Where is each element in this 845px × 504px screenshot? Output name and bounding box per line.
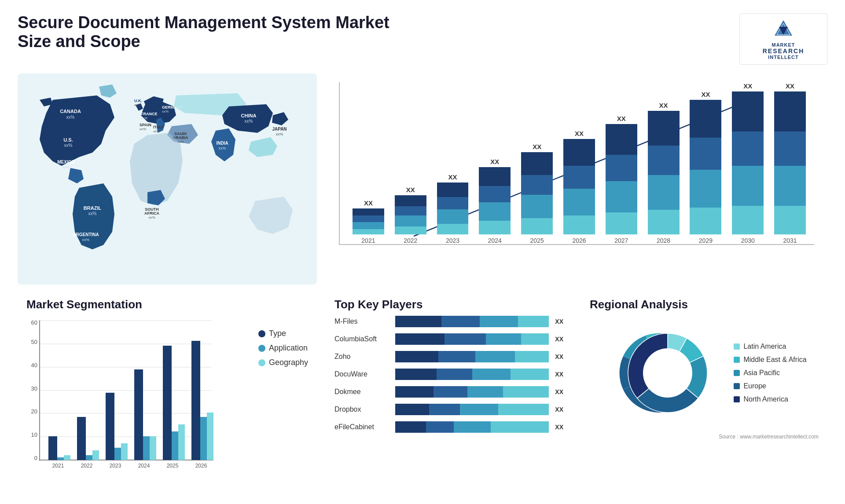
player-row-1: ColumbiaSoftXX <box>334 333 563 345</box>
svg-text:xx%: xx% <box>276 132 283 136</box>
legend-latin-america: Latin America <box>734 343 806 351</box>
svg-text:SPAIN: SPAIN <box>140 123 151 127</box>
bar-value-2025: XX <box>533 143 541 150</box>
player-bar-seg-2 <box>475 351 515 362</box>
svg-text:xx%: xx% <box>148 215 155 219</box>
player-bar-3 <box>395 369 549 380</box>
world-map: CANADA xx% U.S. xx% MEXICO xx% BRAZIL xx… <box>18 73 317 285</box>
svg-rect-71 <box>178 424 185 460</box>
svg-text:xx%: xx% <box>66 115 75 120</box>
seg-content: 0 10 20 30 40 50 60 <box>26 316 308 478</box>
bar-group-2029: XX2029 <box>686 82 726 244</box>
bar-stack-2030 <box>732 91 764 234</box>
legend-dot-geography <box>258 359 265 366</box>
svg-text:xx%: xx% <box>88 211 97 216</box>
svg-rect-59 <box>92 450 99 460</box>
canada-label: CANADA <box>60 109 81 114</box>
player-value-1: XX <box>555 336 563 343</box>
color-latin-america <box>734 343 740 350</box>
bar-segment-0 <box>648 111 680 146</box>
svg-rect-67 <box>150 436 156 460</box>
header: Secure Document Management System Market… <box>18 13 827 65</box>
svg-text:xx%: xx% <box>245 119 253 124</box>
player-bar-seg-2 <box>480 316 518 327</box>
page-title: Secure Document Management System Market… <box>18 13 414 51</box>
player-bar-seg-0 <box>395 421 426 433</box>
svg-rect-74 <box>200 417 207 460</box>
bar-stack-2021 <box>353 208 384 234</box>
player-name-3: DocuWare <box>334 370 392 378</box>
bar-stack-2031 <box>774 91 806 234</box>
bar-segment-3 <box>353 229 384 234</box>
bar-group-2030: XX2030 <box>728 82 768 244</box>
player-value-4: XX <box>555 388 563 395</box>
player-bar-seg-3 <box>521 333 549 345</box>
svg-text:xx%: xx% <box>62 165 70 169</box>
bar-segment-1 <box>690 138 721 170</box>
bar-value-2023: XX <box>448 173 457 181</box>
bar-value-2030: XX <box>743 82 752 90</box>
player-value-0: XX <box>555 318 563 325</box>
seg-chart-wrapper: 0 10 20 30 40 50 60 <box>26 316 250 478</box>
svg-text:xx%: xx% <box>134 103 141 107</box>
bar-value-2024: XX <box>490 158 499 165</box>
bar-group-2023: XX2023 <box>433 82 473 244</box>
player-row-3: DocuWareXX <box>334 369 563 380</box>
svg-text:10: 10 <box>31 431 37 438</box>
player-bar-seg-0 <box>395 333 445 345</box>
svg-text:xx%: xx% <box>64 143 73 148</box>
bar-segment-2 <box>437 209 469 224</box>
svg-rect-57 <box>77 417 86 460</box>
player-row-0: M-FilesXX <box>334 316 563 327</box>
bar-year-label-2028: 2028 <box>657 237 670 244</box>
page: Secure Document Management System Market… <box>0 0 845 504</box>
svg-rect-55 <box>64 455 70 460</box>
player-value-6: XX <box>555 424 563 431</box>
player-bar-seg-3 <box>503 386 549 398</box>
bar-value-2031: XX <box>786 82 794 90</box>
player-bar-seg-1 <box>445 333 486 345</box>
bar-segment-0 <box>437 183 469 197</box>
bar-stack-2022 <box>395 195 426 234</box>
map-section: CANADA xx% U.S. xx% MEXICO xx% BRAZIL xx… <box>18 73 317 285</box>
bar-segment-0 <box>732 91 764 131</box>
player-bar-seg-2 <box>467 386 503 398</box>
player-bar-0 <box>395 316 549 327</box>
bar-segment-1 <box>648 146 680 175</box>
seg-legend: Type Application Geography <box>258 316 308 367</box>
svg-text:BRAZIL: BRAZIL <box>84 205 102 211</box>
svg-rect-63 <box>121 443 128 460</box>
bar-segment-1 <box>606 155 637 181</box>
bar-value-2029: XX <box>701 91 710 98</box>
segmentation-title: Market Segmentation <box>26 298 308 311</box>
bar-segment-3 <box>732 206 764 234</box>
bar-stack-2028 <box>648 111 680 234</box>
svg-text:60: 60 <box>31 319 37 326</box>
player-bar-seg-3 <box>498 404 549 415</box>
player-bar-seg-2 <box>472 369 511 380</box>
legend-type: Type <box>258 329 308 338</box>
label-middle-east: Middle East & Africa <box>743 356 806 364</box>
donut-container: Latin America Middle East & Africa Asia … <box>590 316 819 430</box>
svg-text:2021: 2021 <box>52 463 64 469</box>
bar-chart-area: XX2021XX2022XX2023XX2024XX2025XX2026XX20… <box>339 82 814 245</box>
player-bar-seg-2 <box>460 404 498 415</box>
segmentation-section: Market Segmentation 0 10 20 30 40 50 60 <box>18 293 317 504</box>
bottom-right-section: Top Key Players M-FilesXXColumbiaSoftXXZ… <box>326 293 827 504</box>
svg-rect-75 <box>207 413 213 460</box>
bar-segment-2 <box>690 170 721 208</box>
bar-segment-2 <box>521 195 553 218</box>
legend-label-application: Application <box>269 343 308 353</box>
bar-segment-1 <box>437 197 469 209</box>
seg-chart-svg: 0 10 20 30 40 50 60 <box>26 316 216 478</box>
svg-rect-61 <box>106 393 114 460</box>
bar-segment-1 <box>353 215 384 222</box>
bar-group-2021: XX2021 <box>349 82 388 244</box>
player-bar-5 <box>395 404 549 415</box>
bar-year-label-2021: 2021 <box>361 237 375 244</box>
bar-segment-3 <box>648 210 680 234</box>
svg-text:xx%: xx% <box>82 237 89 242</box>
player-bar-seg-2 <box>454 421 491 433</box>
bar-segment-2 <box>479 202 511 221</box>
bar-segment-3 <box>521 218 553 234</box>
